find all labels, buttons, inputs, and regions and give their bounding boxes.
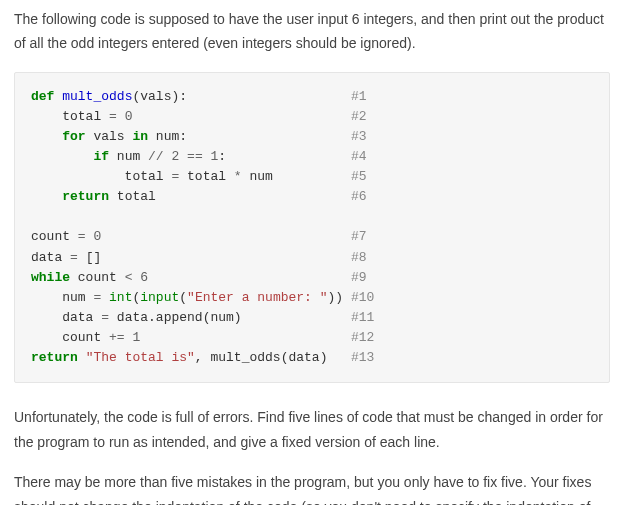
code-marker: #9 xyxy=(351,268,367,288)
code-line: for vals in num:#3 xyxy=(31,127,593,147)
code-marker: #1 xyxy=(351,87,367,107)
code-block: def mult_odds(vals):#1 total = 0#2 for v… xyxy=(14,72,610,384)
code-marker: #2 xyxy=(351,107,367,127)
code-text: def mult_odds(vals): xyxy=(31,87,351,107)
code-line: count += 1#12 xyxy=(31,328,593,348)
code-text: count += 1 xyxy=(31,328,351,348)
code-marker: #13 xyxy=(351,348,374,368)
code-text: total = total * num xyxy=(31,167,351,187)
code-text: data = data.append(num) xyxy=(31,308,351,328)
code-line: data = []#8 xyxy=(31,248,593,268)
code-line: data = data.append(num)#11 xyxy=(31,308,593,328)
code-text: for vals in num: xyxy=(31,127,351,147)
code-text: num = int(input("Enter a number: ")) xyxy=(31,288,351,308)
instructions-paragraph-1: Unfortunately, the code is full of error… xyxy=(14,405,610,454)
code-text: while count < 6 xyxy=(31,268,351,288)
code-marker: #6 xyxy=(351,187,367,207)
code-line: total = 0#2 xyxy=(31,107,593,127)
code-marker: #7 xyxy=(351,227,367,247)
code-text: if num // 2 == 1: xyxy=(31,147,351,167)
code-line: count = 0#7 xyxy=(31,227,593,247)
code-line: total = total * num#5 xyxy=(31,167,593,187)
code-line: def mult_odds(vals):#1 xyxy=(31,87,593,107)
code-line: if num // 2 == 1:#4 xyxy=(31,147,593,167)
code-marker: #4 xyxy=(351,147,367,167)
code-text: count = 0 xyxy=(31,227,351,247)
code-line: num = int(input("Enter a number: "))#10 xyxy=(31,288,593,308)
code-text: return total xyxy=(31,187,351,207)
code-blank-line xyxy=(31,207,593,227)
code-marker: #11 xyxy=(351,308,374,328)
code-marker: #5 xyxy=(351,167,367,187)
code-text: return "The total is", mult_odds(data) xyxy=(31,348,351,368)
intro-paragraph: The following code is supposed to have t… xyxy=(14,8,610,56)
code-text: total = 0 xyxy=(31,107,351,127)
code-marker: #12 xyxy=(351,328,374,348)
code-line: return total#6 xyxy=(31,187,593,207)
code-marker: #10 xyxy=(351,288,374,308)
code-line: return "The total is", mult_odds(data)#1… xyxy=(31,348,593,368)
code-text: data = [] xyxy=(31,248,351,268)
code-line: while count < 6#9 xyxy=(31,268,593,288)
instructions-paragraph-2: There may be more than five mistakes in … xyxy=(14,470,610,505)
code-marker: #8 xyxy=(351,248,367,268)
code-marker: #3 xyxy=(351,127,367,147)
